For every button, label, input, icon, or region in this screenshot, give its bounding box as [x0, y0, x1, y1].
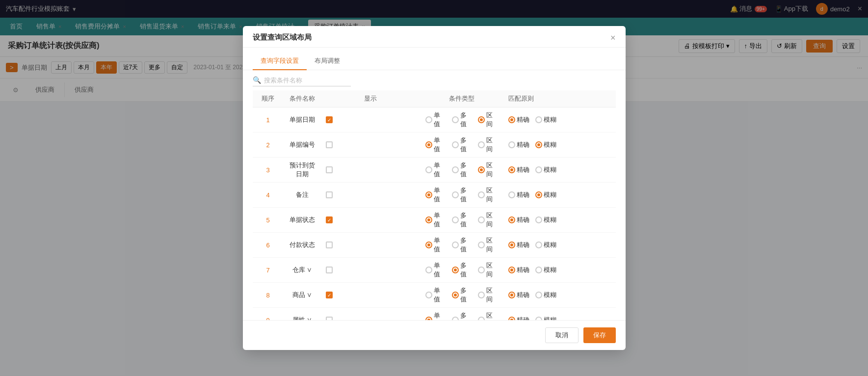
radio-type-2[interactable]: 区间: [478, 161, 499, 179]
row-match-radio[interactable]: 精确模糊: [503, 233, 615, 258]
dialog-close-button[interactable]: ×: [610, 33, 616, 42]
radio-type-2[interactable]: 区间: [478, 261, 499, 279]
radio-type-2[interactable]: 区间: [478, 136, 499, 154]
row-type-radio[interactable]: 单值多值区间: [421, 133, 504, 158]
dialog-search-area: 🔍: [243, 70, 626, 90]
cancel-button[interactable]: 取消: [545, 327, 579, 343]
radio-type-1[interactable]: 多值: [452, 311, 473, 320]
radio-type-0[interactable]: 单值: [425, 311, 446, 320]
radio-type-0[interactable]: 单值: [425, 236, 446, 254]
radio-match-0[interactable]: 精确: [508, 266, 529, 274]
radio-type-1[interactable]: 多值: [452, 161, 473, 179]
row-type-radio[interactable]: 单值多值区间: [421, 283, 504, 308]
radio-type-1[interactable]: 多值: [452, 211, 473, 229]
radio-match-0[interactable]: 精确: [508, 115, 529, 124]
checkbox[interactable]: ✓: [326, 292, 333, 298]
row-show-checkbox[interactable]: [321, 308, 421, 321]
row-match-radio[interactable]: 精确模糊: [503, 283, 615, 308]
radio-match-1[interactable]: 模糊: [535, 291, 556, 299]
row-match-radio[interactable]: 精确模糊: [503, 258, 615, 283]
radio-type-2[interactable]: 区间: [478, 311, 499, 320]
radio-type-0[interactable]: 单值: [425, 111, 446, 129]
row-type-radio[interactable]: 单值多值区间: [421, 107, 504, 133]
row-match-radio[interactable]: 精确模糊: [503, 133, 615, 158]
radio-match-1[interactable]: 模糊: [535, 190, 556, 199]
row-type-radio[interactable]: 单值多值区间: [421, 158, 504, 183]
radio-match-1[interactable]: 模糊: [535, 140, 556, 149]
radio-type-1[interactable]: 多值: [452, 186, 473, 204]
radio-match-0[interactable]: 精确: [508, 215, 529, 224]
row-type-radio[interactable]: 单值多值区间: [421, 233, 504, 258]
radio-type-2[interactable]: 区间: [478, 211, 499, 229]
dialog-tab-fields[interactable]: 查询字段设置: [253, 53, 307, 70]
row-type-radio[interactable]: 单值多值区间: [421, 258, 504, 283]
row-match-radio[interactable]: 精确模糊: [503, 308, 615, 321]
row-show-checkbox[interactable]: [321, 183, 421, 208]
radio-match-1[interactable]: 模糊: [535, 266, 556, 274]
radio-type-0[interactable]: 单值: [425, 286, 446, 304]
checkbox[interactable]: [326, 166, 333, 173]
radio-type-2[interactable]: 区间: [478, 236, 499, 254]
radio-match-0[interactable]: 精确: [508, 165, 529, 174]
radio-circle: [535, 216, 542, 223]
radio-type-1[interactable]: 多值: [452, 261, 473, 279]
radio-type-2[interactable]: 区间: [478, 286, 499, 304]
radio-circle: [452, 141, 459, 148]
radio-match-0[interactable]: 精确: [508, 316, 529, 320]
row-show-checkbox[interactable]: ✓: [321, 107, 421, 133]
checkbox[interactable]: ✓: [326, 216, 333, 223]
radio-type-1[interactable]: 多值: [452, 286, 473, 304]
row-type-radio[interactable]: 单值多值区间: [421, 308, 504, 321]
row-match-radio[interactable]: 精确模糊: [503, 208, 615, 233]
radio-type-0[interactable]: 单值: [425, 161, 446, 179]
radio-match-0[interactable]: 精确: [508, 140, 529, 149]
row-match-radio[interactable]: 精确模糊: [503, 107, 615, 133]
radio-match-0[interactable]: 精确: [508, 291, 529, 299]
radio-type-0[interactable]: 单值: [425, 261, 446, 279]
row-condition-name: 单据编号: [284, 133, 321, 158]
radio-type-1[interactable]: 多值: [452, 111, 473, 129]
radio-circle: [425, 292, 432, 298]
row-show-checkbox[interactable]: [321, 133, 421, 158]
radio-type-2[interactable]: 区间: [478, 111, 499, 129]
radio-type-1[interactable]: 多值: [452, 136, 473, 154]
radio-match-0[interactable]: 精确: [508, 190, 529, 199]
checkbox[interactable]: ✓: [326, 116, 333, 123]
radio-type-1[interactable]: 多值: [452, 236, 473, 254]
checkbox[interactable]: [326, 317, 333, 320]
radio-type-0[interactable]: 单值: [425, 186, 446, 204]
radio-circle: [478, 116, 485, 123]
radio-circle: [478, 242, 485, 248]
dialog-overlay: 设置查询区域布局 × 查询字段设置 布局调整 🔍 顺序: [0, 0, 868, 376]
radio-circle: [425, 141, 432, 148]
radio-type-2[interactable]: 区间: [478, 186, 499, 204]
radio-match-1[interactable]: 模糊: [535, 316, 556, 320]
checkbox[interactable]: [326, 191, 333, 198]
checkbox[interactable]: [326, 242, 333, 248]
save-button[interactable]: 保存: [583, 327, 616, 343]
radio-match-1[interactable]: 模糊: [535, 165, 556, 174]
col-show: 显示: [321, 90, 421, 107]
row-show-checkbox[interactable]: [321, 158, 421, 183]
row-condition-name: 付款状态: [284, 233, 321, 258]
radio-type-0[interactable]: 单值: [425, 136, 446, 154]
row-match-radio[interactable]: 精确模糊: [503, 183, 615, 208]
row-match-radio[interactable]: 精确模糊: [503, 158, 615, 183]
checkbox[interactable]: [326, 267, 333, 273]
row-type-radio[interactable]: 单值多值区间: [421, 183, 504, 208]
radio-match-1[interactable]: 模糊: [535, 241, 556, 249]
row-show-checkbox[interactable]: [321, 258, 421, 283]
radio-match-0[interactable]: 精确: [508, 241, 529, 249]
dialog-tab-layout[interactable]: 布局调整: [307, 53, 348, 70]
row-show-checkbox[interactable]: ✓: [321, 208, 421, 233]
settings-dialog: 设置查询区域布局 × 查询字段设置 布局调整 🔍 顺序: [243, 26, 626, 350]
radio-match-1[interactable]: 模糊: [535, 115, 556, 124]
search-input[interactable]: [264, 77, 342, 84]
checkbox[interactable]: [326, 141, 333, 148]
row-show-checkbox[interactable]: ✓: [321, 283, 421, 308]
radio-match-1[interactable]: 模糊: [535, 215, 556, 224]
radio-circle: [478, 216, 485, 223]
row-show-checkbox[interactable]: [321, 233, 421, 258]
radio-type-0[interactable]: 单值: [425, 211, 446, 229]
row-type-radio[interactable]: 单值多值区间: [421, 208, 504, 233]
